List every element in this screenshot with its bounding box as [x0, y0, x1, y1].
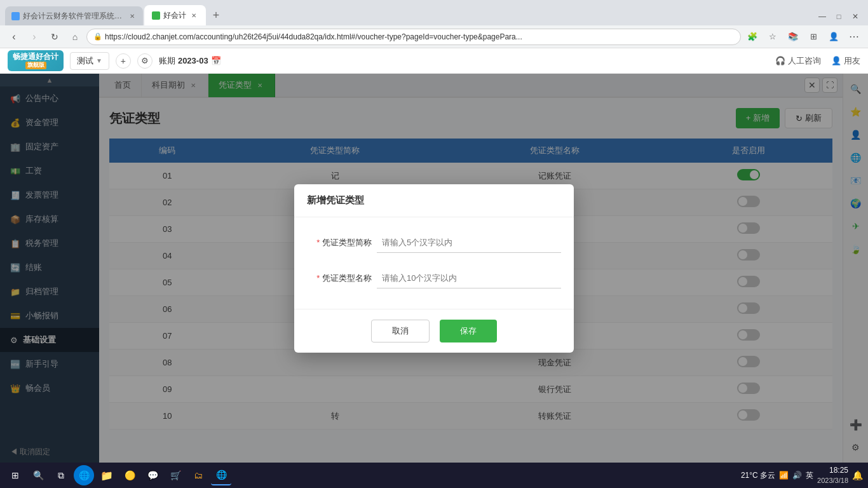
required-star-1: *: [316, 238, 322, 247]
taskbar-store[interactable]: 🛒: [165, 465, 186, 485]
taskbar-files[interactable]: 🗂: [188, 465, 208, 485]
browser-tab-active[interactable]: 好会计 ✕: [144, 5, 206, 25]
user-label: 用友: [844, 55, 860, 67]
tab-favicon-1: [11, 12, 20, 20]
taskbar-time: 18:25: [817, 465, 848, 476]
address-bar[interactable]: 🔒 https://cloud2.chanjet.com/accounting/…: [86, 29, 741, 45]
lock-icon: 🔒: [93, 32, 102, 41]
settings-btn[interactable]: ⚙: [137, 53, 153, 69]
dropdown-arrow-icon: ▼: [96, 57, 102, 64]
taskbar-sound[interactable]: 🔊: [792, 471, 802, 480]
taskbar-network[interactable]: 📶: [779, 471, 789, 480]
browser-toolbar: ‹ › ↻ ⌂ 🔒 https://cloud2.chanjet.com/acc…: [0, 25, 868, 48]
browser-tab-inactive[interactable]: 好会计云财务软件管理系统_会计 ✕: [5, 6, 143, 25]
modal: 新增凭证类型 * 凭证类型简称 * 凭证类型名称 取消 保存: [294, 184, 574, 353]
browser-minimize[interactable]: —: [815, 10, 830, 23]
modal-header: 新增凭证类型: [294, 184, 574, 217]
reload-button[interactable]: ↻: [46, 28, 64, 46]
toolbar-icon-extensions[interactable]: 🧩: [743, 28, 761, 46]
taskbar-wechat[interactable]: 💬: [142, 465, 163, 485]
tab-favicon-2: [152, 11, 160, 20]
header-actions: 🎧 人工咨询 👤 用友: [775, 55, 860, 67]
taskbar-edge[interactable]: 🌐: [74, 465, 94, 485]
home-button[interactable]: ⌂: [66, 28, 84, 46]
calendar-icon[interactable]: 📅: [211, 56, 221, 65]
tab-label-1: 好会计云财务软件管理系统_会计: [23, 11, 125, 22]
browser-close[interactable]: ✕: [848, 10, 863, 23]
app-header: 畅捷通好合计 旗舰版 测试 ▼ + ⚙ 账期 2023-03 📅 🎧 人工咨询 …: [0, 48, 868, 74]
address-text: https://cloud2.chanjet.com/accounting/uh…: [105, 32, 734, 41]
ai-label: 人工咨询: [788, 55, 821, 67]
ai-consult-btn[interactable]: 🎧 人工咨询: [775, 55, 821, 67]
required-star-2: *: [316, 273, 322, 283]
tab-close-1[interactable]: ✕: [128, 11, 137, 20]
forward-button[interactable]: ›: [25, 28, 43, 46]
toolbar-icon-account[interactable]: 👤: [825, 28, 843, 46]
logo-sub: 旗舰版: [25, 62, 46, 69]
taskbar-date: 2023/3/18: [817, 476, 848, 485]
modal-overlay: 新增凭证类型 * 凭证类型简称 * 凭证类型名称 取消 保存: [0, 74, 868, 463]
start-button[interactable]: ⊞: [5, 465, 25, 485]
logo-main: 畅捷通好合计: [13, 52, 58, 62]
taskbar-browser2[interactable]: 🌐: [211, 465, 231, 485]
full-name-label: * 凭证类型名称: [307, 273, 377, 284]
toolbar-icon-favorites[interactable]: ☆: [764, 28, 782, 46]
modal-footer: 取消 保存: [294, 309, 574, 353]
toolbar-icon-menu[interactable]: ⋯: [845, 28, 863, 46]
modal-body: * 凭证类型简称 * 凭证类型名称: [294, 217, 574, 309]
full-name-input[interactable]: [377, 268, 561, 288]
headset-icon: 🎧: [775, 56, 785, 65]
taskbar-tray: 21°C 多云 📶 🔊 英 18:25 2023/3/18 🔔: [741, 465, 863, 485]
back-button[interactable]: ‹: [5, 28, 23, 46]
taskbar-notification[interactable]: 🔔: [852, 470, 863, 480]
taskbar-explorer[interactable]: 📁: [97, 465, 117, 485]
period-display: 账期 2023-03 📅: [159, 55, 221, 67]
app-logo: 畅捷通好合计 旗舰版: [8, 50, 64, 71]
taskbar-weather: 21°C 多云: [741, 470, 775, 481]
add-company-btn[interactable]: +: [116, 53, 131, 69]
taskbar-lang[interactable]: 英: [806, 470, 813, 481]
new-tab-button[interactable]: +: [207, 6, 225, 24]
taskbar-chrome[interactable]: 🟡: [119, 465, 140, 485]
form-row-full: * 凭证类型名称: [307, 268, 561, 288]
toolbar-icon-collections[interactable]: 📚: [784, 28, 802, 46]
taskbar-clock[interactable]: 18:25 2023/3/18: [817, 465, 848, 485]
tab-label-2: 好会计: [163, 10, 186, 21]
browser-maximize[interactable]: □: [831, 10, 846, 23]
tab-close-2[interactable]: ✕: [189, 11, 198, 20]
cancel-button[interactable]: 取消: [371, 320, 430, 342]
taskbar: ⊞ 🔍 ⧉ 🌐 📁 🟡 💬 🛒 🗂 🌐 21°C 多云 📶 🔊 英 18:25 …: [0, 463, 868, 488]
short-name-input[interactable]: [377, 233, 561, 253]
taskbar-search[interactable]: 🔍: [28, 465, 48, 485]
company-selector[interactable]: 测试 ▼: [70, 52, 109, 70]
period-label: 账期: [159, 55, 175, 67]
short-name-label: * 凭证类型简称: [307, 237, 377, 248]
main-body: ▲ 📢 公告中心 💰 资金管理 🏢 固定资产 💵 工资 🧾 发票管理 📦 库存核…: [0, 74, 868, 463]
form-row-short: * 凭证类型简称: [307, 233, 561, 253]
user-btn[interactable]: 👤 用友: [831, 55, 860, 67]
company-name: 测试: [77, 55, 93, 67]
browser-chrome: 好会计云财务软件管理系统_会计 ✕ 好会计 ✕ + — □ ✕: [0, 0, 868, 25]
save-button[interactable]: 保存: [440, 320, 497, 342]
user-icon: 👤: [831, 56, 841, 65]
period-value: 2023-03: [178, 56, 208, 65]
toolbar-icon-split[interactable]: ⊞: [804, 28, 822, 46]
taskbar-taskview[interactable]: ⧉: [51, 465, 71, 485]
